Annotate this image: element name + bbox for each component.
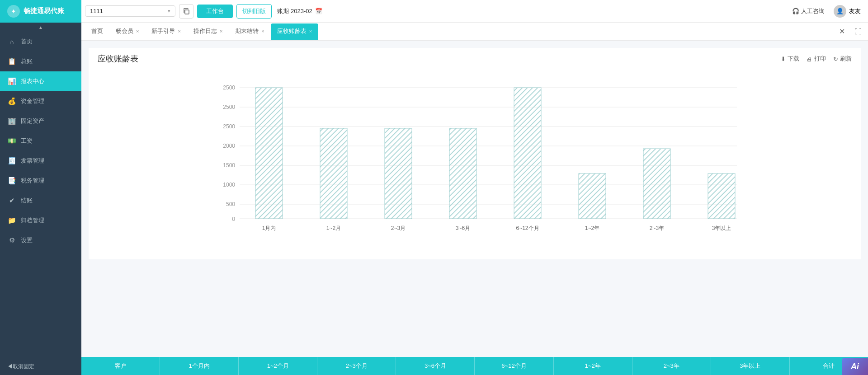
svg-text:2500: 2500 bbox=[223, 123, 235, 130]
page-header: 应收账龄表 ⬇ 下载 🖨 打印 ↻ 刷新 bbox=[89, 48, 861, 70]
print-icon: 🖨 bbox=[807, 56, 812, 62]
salary-icon: 💵 bbox=[7, 136, 16, 145]
svg-text:3~6月: 3~6月 bbox=[456, 225, 470, 231]
bar-1 bbox=[255, 88, 283, 219]
page-title: 应收账龄表 bbox=[98, 53, 138, 64]
sidebar-item-funds[interactable]: 💰 资金管理 bbox=[0, 91, 81, 111]
svg-text:2000: 2000 bbox=[223, 143, 235, 149]
sidebar-item-home[interactable]: ⌂ 首页 bbox=[0, 32, 81, 52]
cancel-fixed-button[interactable]: ◀取消固定 bbox=[0, 358, 81, 375]
avatar: 👤 bbox=[834, 5, 846, 18]
sidebar-item-settings[interactable]: ⚙ 设置 bbox=[0, 230, 81, 250]
archive-icon: 📁 bbox=[7, 216, 16, 225]
cancel-fixed-label: ◀取消固定 bbox=[7, 363, 34, 370]
sidebar-label-tax: 税务管理 bbox=[21, 177, 44, 185]
svg-text:3年以上: 3年以上 bbox=[712, 225, 731, 231]
settle-icon: ✔ bbox=[7, 196, 16, 205]
tab-label-home: 首页 bbox=[91, 27, 103, 35]
table-header-bar: 客户1个月内1~2个月2~3个月3~6个月6~12个月1~2年2~3年3年以上合… bbox=[81, 357, 868, 375]
header-right: 🎧 人工咨询 👤 友友 bbox=[792, 5, 861, 18]
consult-label: 人工咨询 bbox=[801, 7, 825, 15]
tab-member[interactable]: 畅会员× bbox=[109, 23, 145, 40]
sidebar-item-settle[interactable]: ✔ 结账 bbox=[0, 191, 81, 211]
svg-text:1~2年: 1~2年 bbox=[585, 225, 599, 231]
tab-oplog[interactable]: 操作日志× bbox=[187, 23, 229, 40]
refresh-button[interactable]: ↻ 刷新 bbox=[833, 55, 852, 63]
period-label: 账期 bbox=[277, 7, 289, 15]
table-header-6: 1~2年 bbox=[554, 357, 632, 375]
close-tab-button[interactable]: ✕ bbox=[835, 25, 848, 38]
main-layout: ▲ ⌂ 首页 📋 总账 📊 报表中心 💰 资金管理 🏢 固定资产 💵 工资 🧾 … bbox=[0, 23, 868, 375]
tab-close-oplog[interactable]: × bbox=[220, 28, 222, 34]
copy-button[interactable] bbox=[179, 4, 193, 19]
refresh-label: 刷新 bbox=[840, 55, 852, 63]
table-header-1: 1个月内 bbox=[160, 357, 239, 375]
download-button[interactable]: ⬇ 下载 bbox=[781, 55, 799, 63]
user-area[interactable]: 👤 友友 bbox=[834, 5, 861, 18]
sidebar-item-ledger[interactable]: 📋 总账 bbox=[0, 52, 81, 71]
tab-period-end[interactable]: 期末结转× bbox=[229, 23, 270, 40]
print-button[interactable]: 🖨 打印 bbox=[807, 55, 826, 63]
workbench-button[interactable]: 工作台 bbox=[197, 5, 233, 18]
tabs-bar: 首页畅会员×新手引导×操作日志×期末结转×应收账龄表× ✕ ⛶ bbox=[81, 23, 868, 41]
download-icon: ⬇ bbox=[781, 56, 786, 62]
tab-label-guide: 新手引导 bbox=[151, 27, 175, 35]
table-header-8: 3年以上 bbox=[711, 357, 790, 375]
app-header: ✦ 畅捷通易代账 1111 ▾ 工作台 切到旧版 账期 2023-02 📅 🎧 … bbox=[0, 0, 868, 23]
switch-version-button[interactable]: 切到旧版 bbox=[236, 4, 272, 19]
period-value: 2023-02 bbox=[291, 8, 312, 14]
calendar-icon[interactable]: 📅 bbox=[315, 8, 322, 14]
tab-close-member[interactable]: × bbox=[136, 28, 139, 34]
bar-6 bbox=[579, 173, 606, 219]
logo-text: 畅捷通易代账 bbox=[24, 7, 64, 15]
svg-text:500: 500 bbox=[226, 201, 235, 207]
table-header-2: 1~2个月 bbox=[239, 357, 317, 375]
table-header-7: 2~3年 bbox=[632, 357, 711, 375]
tab-close-period-end[interactable]: × bbox=[261, 28, 264, 34]
sidebar-item-reports[interactable]: 📊 报表中心 bbox=[0, 71, 81, 91]
sidebar-item-salary[interactable]: 💵 工资 bbox=[0, 131, 81, 151]
bar-7 bbox=[643, 149, 670, 219]
svg-text:1500: 1500 bbox=[223, 162, 235, 169]
download-label: 下载 bbox=[788, 55, 799, 63]
sidebar-label-funds: 资金管理 bbox=[21, 97, 44, 105]
sidebar-item-assets[interactable]: 🏢 固定资产 bbox=[0, 111, 81, 131]
sidebar-scroll-up[interactable]: ▲ bbox=[0, 23, 81, 32]
table-header-5: 6~12个月 bbox=[475, 357, 553, 375]
reports-icon: 📊 bbox=[7, 77, 16, 86]
svg-text:2500: 2500 bbox=[223, 84, 235, 91]
copy-icon bbox=[183, 8, 190, 15]
svg-text:2~3月: 2~3月 bbox=[391, 225, 406, 231]
company-name: 1111 bbox=[90, 8, 165, 14]
tax-icon: 📑 bbox=[7, 176, 16, 185]
sidebar-label-reports: 报表中心 bbox=[21, 77, 44, 85]
sidebar-label-home: 首页 bbox=[21, 38, 33, 46]
tab-guide[interactable]: 新手引导× bbox=[145, 23, 187, 40]
sidebar-item-tax[interactable]: 📑 税务管理 bbox=[0, 171, 81, 191]
tab-label-oplog: 操作日志 bbox=[193, 27, 217, 35]
sidebar-label-ledger: 总账 bbox=[21, 57, 33, 66]
page-content: 应收账龄表 ⬇ 下载 🖨 打印 ↻ 刷新 bbox=[81, 41, 868, 357]
tab-aging[interactable]: 应收账龄表× bbox=[271, 23, 318, 40]
svg-text:1~2月: 1~2月 bbox=[326, 225, 341, 231]
sidebar-item-invoice[interactable]: 🧾 发票管理 bbox=[0, 151, 81, 171]
funds-icon: 💰 bbox=[7, 97, 16, 106]
sidebar-label-settings: 设置 bbox=[21, 236, 33, 244]
consult-button[interactable]: 🎧 人工咨询 bbox=[792, 7, 825, 15]
company-selector[interactable]: 1111 ▾ bbox=[85, 5, 175, 17]
tab-label-period-end: 期末结转 bbox=[235, 27, 259, 35]
svg-text:1月内: 1月内 bbox=[262, 225, 276, 231]
logo-area: ✦ 畅捷通易代账 bbox=[0, 0, 81, 23]
tab-home[interactable]: 首页 bbox=[85, 23, 109, 40]
svg-text:1000: 1000 bbox=[223, 182, 235, 188]
page-actions: ⬇ 下载 🖨 打印 ↻ 刷新 bbox=[781, 55, 852, 63]
table-header-4: 3~6个月 bbox=[396, 357, 475, 375]
ai-badge: Ai bbox=[842, 358, 868, 375]
user-name: 友友 bbox=[849, 7, 861, 15]
table-header-0: 客户 bbox=[81, 357, 160, 375]
tab-close-aging[interactable]: × bbox=[309, 28, 312, 34]
tab-label-member: 畅会员 bbox=[116, 27, 133, 35]
sidebar-item-archive[interactable]: 📁 归档管理 bbox=[0, 211, 81, 230]
expand-tab-button[interactable]: ⛶ bbox=[852, 25, 864, 38]
tab-close-guide[interactable]: × bbox=[178, 28, 180, 34]
